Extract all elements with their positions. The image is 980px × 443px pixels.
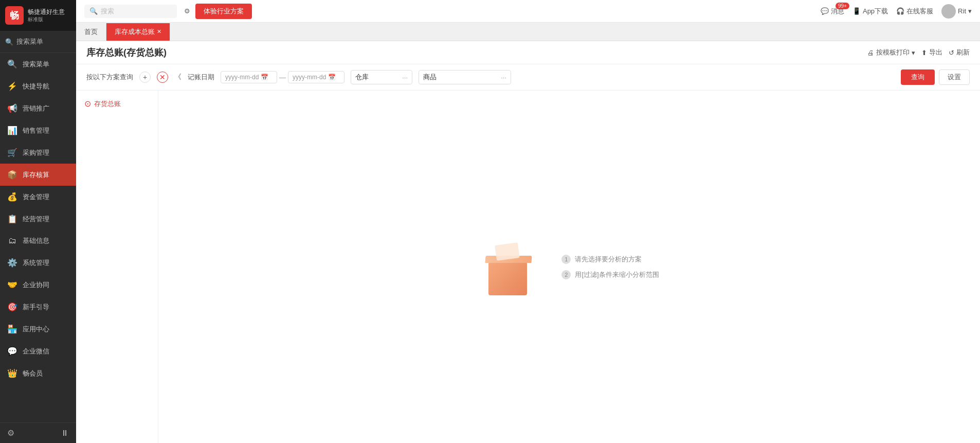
goods-more-icon: ··· (501, 74, 506, 81)
sidebar-logo: 畅 畅捷通好生意 标准版 (0, 0, 76, 31)
export-icon: ⬆ (921, 49, 927, 57)
date-end-input[interactable]: yyyy-mm-dd 📅 (288, 71, 344, 83)
sidebar-vip-label: 畅会员 (23, 369, 43, 378)
search-menu-button[interactable]: 🔍 搜索菜单 (5, 35, 71, 48)
sidebar-system-icon: ⚙️ (7, 258, 17, 268)
online-service-button[interactable]: 🎧 在线客服 (896, 7, 933, 16)
sidebar-vip-icon: 👑 (7, 368, 17, 378)
collapse-icon[interactable]: ⏸ (61, 429, 69, 438)
industry-button[interactable]: 体验行业方案 (195, 4, 252, 19)
query-button[interactable]: 查询 (901, 69, 935, 85)
search-icon: 🔍 (5, 38, 13, 46)
print-button[interactable]: 🖨 按模板打印 ▾ (867, 48, 915, 57)
app-icon: 📱 (852, 7, 861, 15)
scheme-item-inventory-ledger[interactable]: ⊙ 存货总账 (76, 95, 158, 113)
warehouse-more-icon: ··· (402, 74, 408, 81)
sidebar-sales-icon: 📊 (7, 126, 17, 135)
sidebar-system-label: 系统管理 (23, 258, 49, 268)
message-badge: 99+ (836, 3, 849, 9)
settings-button[interactable]: 设置 (939, 69, 970, 85)
print-icon: 🖨 (867, 49, 874, 57)
filter-collapse-icon[interactable]: 《 (174, 73, 182, 82)
user-name: Rit (958, 7, 966, 15)
refresh-button[interactable]: ↺ 刷新 (949, 48, 970, 57)
tab-close-icon[interactable]: ✕ (157, 28, 161, 35)
sidebar-item-operation[interactable]: 📋 经营管理 (0, 208, 76, 230)
hint-item-1: 1 请先选择要分析的方案 (561, 255, 659, 264)
warehouse-label: 仓库 (355, 73, 369, 82)
topbar-right: 💬 消息 99+ 📱 App下载 🎧 在线客服 Rit ▾ (821, 4, 972, 19)
sidebar-item-finance[interactable]: 💰 资金管理 (0, 186, 76, 208)
empty-hints: 1 请先选择要分析的方案 2 用[过滤]条件来缩小分析范围 (561, 255, 659, 279)
message-button[interactable]: 💬 消息 99+ (821, 7, 844, 16)
sidebar-item-inventory[interactable]: 📦 库存核算 (0, 164, 76, 186)
sidebar-finance-label: 资金管理 (23, 192, 49, 202)
topbar-gear-icon[interactable]: ⚙ (184, 7, 190, 15)
empty-illustration (479, 236, 541, 298)
tab-home[interactable]: 首页 (76, 23, 106, 41)
sidebar-item-enterprise[interactable]: 🤝 企业协同 (0, 274, 76, 296)
sidebar-item-search[interactable]: 🔍 搜索菜单 (0, 53, 76, 75)
scheme-item-icon: ⊙ (84, 99, 91, 109)
topbar: 🔍 搜索 ⚙ 体验行业方案 💬 消息 99+ 📱 App下载 🎧 在线客服 Ri… (76, 0, 980, 23)
page-title: 库存总账(存货总账) (86, 46, 167, 59)
sidebar-item-guide[interactable]: 🎯 新手引导 (0, 296, 76, 318)
hint-text-1: 请先选择要分析的方案 (575, 255, 642, 264)
refresh-icon: ↺ (949, 49, 954, 57)
sidebar-sales-label: 销售管理 (23, 126, 49, 135)
date-start-placeholder: yyyy-mm-dd (225, 74, 259, 81)
sidebar-item-system[interactable]: ⚙️ 系统管理 (0, 252, 76, 274)
goods-select[interactable]: 商品 ··· (419, 70, 511, 84)
sidebar-wechat-label: 企业微信 (23, 347, 49, 356)
user-avatar (941, 4, 956, 19)
sidebar-item-vip[interactable]: 👑 畅会员 (0, 362, 76, 384)
sidebar-marketing-icon: 📢 (7, 103, 17, 113)
box-paper (495, 242, 520, 261)
filter-bar: 按以下方案查询 + ✕ 《 记账日期 yyyy-mm-dd 📅 — yyyy-m… (76, 64, 980, 91)
sidebar-item-purchase[interactable]: 🛒 采购管理 (0, 141, 76, 164)
date-start-input[interactable]: yyyy-mm-dd 📅 (221, 71, 277, 83)
filter-delete-button[interactable]: ✕ (157, 72, 168, 83)
scheme-item-label: 存货总账 (94, 99, 121, 109)
warehouse-select[interactable]: 仓库 ··· (351, 70, 412, 84)
filter-add-button[interactable]: + (139, 72, 151, 83)
content-area: 库存总账(存货总账) 🖨 按模板打印 ▾ ⬆ 导出 ↺ 刷新 按以下方案查询 (76, 41, 980, 443)
sidebar-item-marketing[interactable]: 📢 营销推广 (0, 97, 76, 119)
logo-text-area: 畅捷通好生意 标准版 (28, 8, 65, 24)
message-icon: 💬 (821, 7, 829, 15)
sidebar-search-icon: 🔍 (7, 59, 17, 69)
sidebar-operation-label: 经营管理 (23, 215, 49, 224)
search-menu-label: 搜索菜单 (16, 37, 43, 46)
sidebar-item-wechat[interactable]: 💬 企业微信 (0, 340, 76, 362)
sidebar-item-sales[interactable]: 📊 销售管理 (0, 119, 76, 141)
sidebar-item-quick-nav[interactable]: ⚡ 快捷导航 (0, 75, 76, 97)
tabs-bar: 首页 库存成本总账 ✕ (76, 23, 980, 41)
logo-badge: 标准版 (28, 16, 65, 23)
topbar-search-placeholder: 搜索 (101, 7, 114, 16)
date-range-group: yyyy-mm-dd 📅 — yyyy-mm-dd 📅 (221, 71, 344, 83)
app-download-button[interactable]: 📱 App下载 (852, 7, 888, 16)
sidebar-search-section[interactable]: 🔍 搜索菜单 (0, 31, 76, 53)
print-dropdown-icon: ▾ (912, 49, 915, 57)
tab-inventory-cost[interactable]: 库存成本总账 ✕ (106, 23, 170, 41)
sidebar-base-icon: 🗂 (7, 236, 17, 245)
box-body (488, 262, 527, 295)
service-label: 在线客服 (906, 7, 933, 16)
service-icon: 🎧 (896, 7, 904, 15)
sidebar-item-base[interactable]: 🗂 基础信息 (0, 230, 76, 252)
sidebar-appstore-label: 应用中心 (23, 325, 49, 334)
sidebar-base-label: 基础信息 (23, 236, 49, 245)
export-button[interactable]: ⬆ 导出 (921, 48, 942, 57)
hint-item-2: 2 用[过滤]条件来缩小分析范围 (561, 270, 659, 279)
calendar-end-icon: 📅 (328, 74, 336, 81)
sidebar-inventory-label: 库存核算 (23, 170, 49, 180)
main-content: ⊙ 存货总账 1 请先 (76, 91, 980, 443)
sidebar-purchase-label: 采购管理 (23, 148, 49, 157)
sidebar-purchase-icon: 🛒 (7, 148, 17, 157)
topbar-search[interactable]: 🔍 搜索 (84, 5, 177, 18)
settings-icon[interactable]: ⚙ (7, 428, 14, 438)
date-label: 记账日期 (188, 73, 214, 82)
sidebar-item-appstore[interactable]: 🏪 应用中心 (0, 318, 76, 340)
user-menu-button[interactable]: Rit ▾ (941, 4, 972, 19)
hint-num-2: 2 (561, 270, 571, 279)
